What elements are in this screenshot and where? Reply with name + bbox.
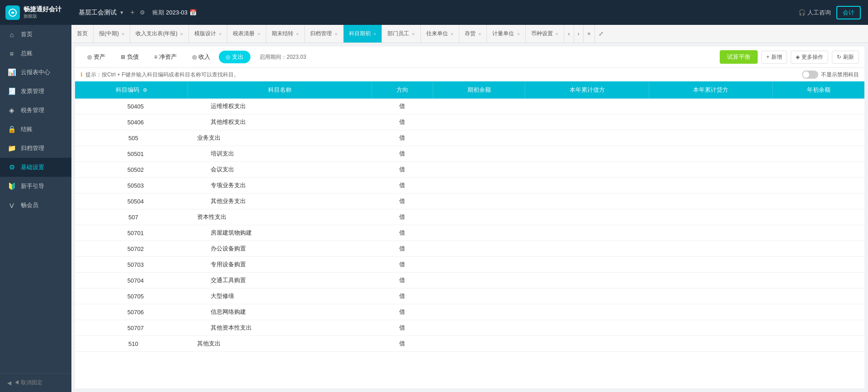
tab-close-customer[interactable]: ×	[451, 31, 453, 37]
disabled-toggle[interactable]: 不显示禁用科目	[802, 71, 859, 79]
filter-tab-expense[interactable]: ◎ 支出	[219, 51, 250, 63]
filter-tab-income[interactable]: ◎ 收入	[185, 51, 217, 63]
cell-ytd-debit	[525, 273, 649, 288]
cell-ytd-credit	[649, 304, 772, 320]
sidebar-item-settings[interactable]: ⚙ 基础设置	[0, 158, 71, 177]
table-row[interactable]: 50704 交通工具购置 借	[75, 273, 864, 288]
tab-home[interactable]: 首页	[71, 25, 94, 43]
table-row[interactable]: 50705 大型修缮 借	[75, 288, 864, 304]
table-row[interactable]: 50706 信息网络购建 借	[75, 304, 864, 320]
sidebar-item-invoice[interactable]: 🧾 发票管理	[0, 82, 71, 101]
cell-opening-balance	[433, 130, 525, 146]
tab-dept-staff[interactable]: 部门员工 ×	[382, 25, 420, 43]
toggle-switch[interactable]	[802, 71, 818, 79]
table-row[interactable]: 50501 培训支出 借	[75, 146, 864, 162]
sidebar-item-reports[interactable]: 📊 云报表中心	[0, 63, 71, 82]
column-settings-icon[interactable]: ⚙	[143, 87, 147, 93]
cell-year-opening	[773, 194, 864, 209]
tab-prev-btn[interactable]: ‹	[564, 25, 574, 43]
table-row[interactable]: 507 资本性支出 借	[75, 209, 864, 225]
help-btn[interactable]: 🎧 人工咨询	[798, 9, 831, 17]
table-row[interactable]: 50503 专项业务支出 借	[75, 178, 864, 194]
tab-close-currency[interactable]: ×	[556, 31, 558, 37]
tab-close-period-end[interactable]: ×	[296, 31, 299, 37]
filter-tab-net-asset[interactable]: ≡ 净资产	[147, 51, 184, 63]
cell-opening-balance	[433, 194, 525, 209]
filter-tab-debt[interactable]: ⊞ 负债	[114, 51, 146, 63]
cell-name: 其他支出	[188, 336, 372, 352]
tab-close-all-btn[interactable]: ×	[584, 25, 595, 43]
table-row[interactable]: 50702 办公设备购置 借	[75, 241, 864, 257]
tab-template[interactable]: 模版设计 ×	[189, 25, 227, 43]
sidebar-nav: ⌂ 首页 ≡ 总账 📊 云报表中心 🧾 发票管理 ◈ 税务管理 🔒 结账 📁 归…	[0, 25, 71, 373]
add-btn[interactable]: + 新增	[761, 51, 787, 64]
tab-currency[interactable]: 币种设置 ×	[526, 25, 564, 43]
cell-code: 50702	[75, 241, 188, 257]
tab-close-dept-staff[interactable]: ×	[412, 31, 415, 37]
tab-close-archive-mgmt[interactable]: ×	[335, 31, 337, 37]
cell-name: 专用设备购置	[188, 257, 372, 273]
cell-opening-balance	[433, 320, 525, 336]
cell-direction: 借	[372, 99, 433, 114]
add-company-btn[interactable]: ＋	[129, 8, 136, 17]
tab-customer[interactable]: 往来单位 ×	[421, 25, 459, 43]
table-row[interactable]: 50707 其他资本性支出 借	[75, 320, 864, 336]
refresh-btn[interactable]: ↻ 刷新	[832, 51, 859, 64]
tab-close-income-year[interactable]: ×	[180, 31, 183, 37]
tab-close-subject-init[interactable]: ×	[373, 31, 376, 37]
tab-inventory[interactable]: 存货 ×	[459, 25, 487, 43]
table-row[interactable]: 510 其他支出 借	[75, 336, 864, 352]
tab-close-tax-list[interactable]: ×	[257, 31, 260, 37]
table-row[interactable]: 50504 其他业务支出 借	[75, 194, 864, 209]
balance-btn[interactable]: 试算平衡	[720, 50, 758, 64]
tab-label-income-year: 收入支出表(年报)	[136, 30, 177, 38]
tab-expand-btn[interactable]: ⤢	[595, 25, 607, 43]
th-ytd-debit: 本年累计借方	[525, 81, 649, 99]
sidebar-item-ledger[interactable]: ≡ 总账	[0, 44, 71, 63]
tab-report-mid[interactable]: 报(中期) ×	[94, 25, 130, 43]
company-settings-icon[interactable]: ⚙	[140, 9, 145, 16]
sidebar-item-archive[interactable]: 📁 归档管理	[0, 139, 71, 158]
calendar-icon[interactable]: 📅	[189, 9, 197, 16]
tab-unit[interactable]: 计量单位 ×	[487, 25, 525, 43]
sidebar-item-home[interactable]: ⌂ 首页	[0, 25, 71, 44]
add-label: 新增	[771, 53, 782, 61]
table-row[interactable]: 50405 运维维权支出 借	[75, 99, 864, 114]
table-row[interactable]: 505 业务支出 借	[75, 130, 864, 146]
table-row[interactable]: 50406 其他维权支出 借	[75, 114, 864, 130]
tab-archive-mgmt[interactable]: 归档管理 ×	[305, 25, 343, 43]
tab-close-inventory[interactable]: ×	[478, 31, 481, 37]
sidebar-item-checkout[interactable]: 🔒 结账	[0, 120, 71, 139]
sidebar-label-member: 畅会员	[21, 201, 38, 209]
table-row[interactable]: 50502 会议支出 借	[75, 162, 864, 178]
tab-next-btn[interactable]: ›	[574, 25, 584, 43]
th-ytd-credit: 本年累计贷方	[649, 81, 772, 99]
sidebar-item-member[interactable]: V 畅会员	[0, 196, 71, 215]
cell-ytd-credit	[649, 336, 772, 352]
cell-code: 50405	[75, 99, 188, 114]
filter-tab-asset[interactable]: ◎ 资产	[80, 51, 112, 63]
tab-income-year[interactable]: 收入支出表(年报) ×	[130, 25, 189, 43]
sidebar-item-guide[interactable]: 🔰 新手引导	[0, 177, 71, 196]
sidebar-collapse-btn[interactable]: ◀ ◀ 取消固定	[0, 373, 71, 392]
cell-direction: 借	[372, 178, 433, 194]
company-dropdown-icon[interactable]: ▾	[120, 9, 123, 16]
table-row[interactable]: 50701 房屋建筑物购建 借	[75, 225, 864, 241]
tab-close-report-mid[interactable]: ×	[122, 31, 124, 37]
tab-period-end[interactable]: 期末结转 ×	[266, 25, 305, 43]
sidebar-item-tax[interactable]: ◈ 税务管理	[0, 101, 71, 120]
settings-icon: ⚙	[7, 163, 16, 171]
table-row[interactable]: 50703 专用设备购置 借	[75, 257, 864, 273]
user-role-btn[interactable]: 会计	[836, 6, 861, 19]
more-btn[interactable]: ◈ 更多操作	[791, 51, 828, 64]
tab-close-unit[interactable]: ×	[517, 31, 519, 37]
tab-label-home: 首页	[77, 30, 88, 38]
tab-tax-list[interactable]: 税表清册 ×	[227, 25, 266, 43]
cell-direction: 借	[372, 130, 433, 146]
tab-subject-init[interactable]: 科目期初 ×	[344, 25, 382, 43]
cell-name: 信息网络购建	[188, 304, 372, 320]
sidebar-label-home: 首页	[21, 30, 33, 38]
cell-opening-balance	[433, 304, 525, 320]
cell-year-opening	[773, 320, 864, 336]
tab-close-template[interactable]: ×	[219, 31, 222, 37]
